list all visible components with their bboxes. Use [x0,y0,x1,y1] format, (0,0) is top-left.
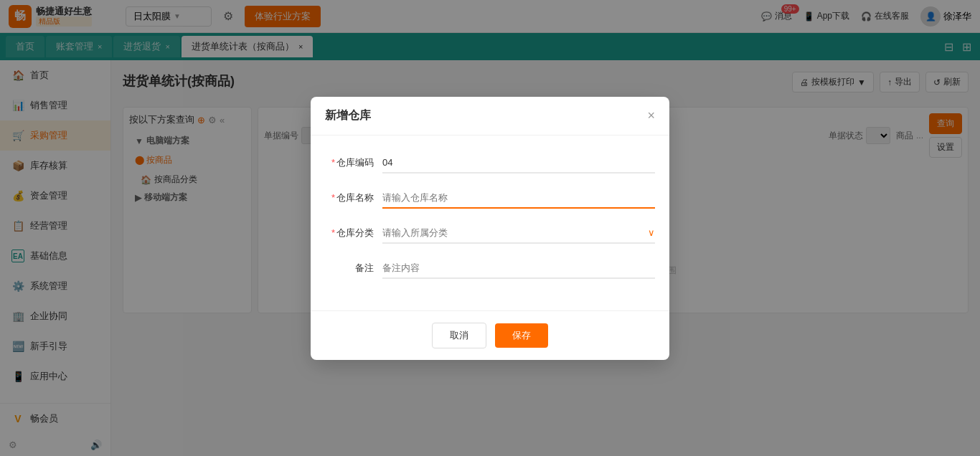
warehouse-code-input[interactable] [382,153,655,174]
warehouse-name-row: *仓库名称 [325,188,655,209]
warehouse-category-select[interactable]: ∨ [382,223,655,244]
warehouse-code-row: *仓库编码 [325,153,655,174]
category-chevron-icon: ∨ [648,227,655,238]
warehouse-remark-input[interactable] [382,258,655,279]
required-star-category: * [331,227,335,238]
warehouse-remark-row: 备注 [325,258,655,279]
warehouse-category-input[interactable] [382,223,648,242]
modal-header: 新增仓库 × [311,97,669,136]
required-star-name: * [331,192,335,203]
warehouse-code-label: *仓库编码 [325,156,382,169]
modal-title: 新增仓库 [325,108,371,123]
modal-body: *仓库编码 *仓库名称 *仓库分类 ∨ [311,136,669,310]
modal-close-button[interactable]: × [647,108,655,123]
required-star-code: * [331,157,335,168]
modal-overlay: 新增仓库 × *仓库编码 *仓库名称 *仓库分类 [0,0,980,456]
add-warehouse-modal: 新增仓库 × *仓库编码 *仓库名称 *仓库分类 [311,97,669,360]
warehouse-name-input[interactable] [382,188,655,209]
warehouse-category-label: *仓库分类 [325,227,382,239]
modal-footer: 取消 保存 [311,310,669,360]
warehouse-name-label: *仓库名称 [325,191,382,204]
save-button[interactable]: 保存 [495,323,548,348]
cancel-button[interactable]: 取消 [432,323,486,348]
warehouse-remark-label: 备注 [325,262,382,275]
warehouse-category-row: *仓库分类 ∨ [325,223,655,244]
